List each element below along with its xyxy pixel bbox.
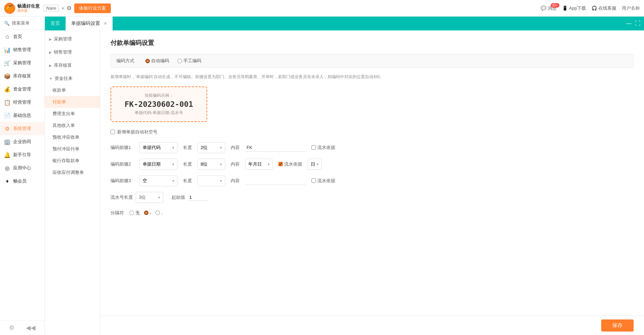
tab-close-btn[interactable]: ✕ (104, 21, 107, 26)
sep-dash-radio[interactable] (144, 211, 148, 215)
prefix1-select[interactable]: 单据代码 (140, 142, 177, 153)
sidebar-item-basic[interactable]: 📄 基础信息 (0, 109, 45, 122)
sep-dot-option[interactable]: . (155, 210, 163, 215)
sidebar-label-finance: 资金管理 (13, 86, 31, 92)
settings-icon[interactable]: ⚙ (67, 5, 71, 11)
sidebar-item-finance[interactable]: 💰 资金管理 (0, 83, 45, 96)
message-icon: 💬 (541, 6, 546, 11)
prefix2-stream-checkbox[interactable] (278, 162, 283, 166)
brand-name: 畅通好生意 (17, 3, 40, 9)
dropdown-icon[interactable]: ▾ (62, 6, 64, 11)
sep-none-option[interactable]: 无 (129, 210, 140, 216)
prefix-row-1: 编码前缀1 单据代码 长度 2位 (110, 142, 634, 153)
subnav-group-sales-title[interactable]: ▶ 销售管理 (45, 46, 100, 58)
subnav-group-capital-title[interactable]: ▼ 资金往来 (45, 73, 100, 84)
prefix2-stream-unit-select[interactable]: 日 (308, 159, 322, 170)
prefix2-content-select[interactable]: 年月日 (245, 159, 273, 170)
arrow-icon-sales: ▶ (49, 50, 52, 54)
subnav-item-other-income[interactable]: 其他收入单 (45, 120, 100, 131)
sidebar-search[interactable]: 🔍 搜索菜单 (0, 17, 45, 30)
subnav-item-payment[interactable]: 付款单 (45, 96, 100, 108)
save-button[interactable]: 保存 (601, 319, 634, 332)
tabbar-minimize-icon[interactable]: — (626, 20, 632, 27)
sidebar-item-purchase[interactable]: 🛒 采购管理 (0, 56, 45, 69)
start-val-input[interactable] (188, 194, 209, 201)
sidebar-item-sales[interactable]: 📊 销售管理 (0, 43, 45, 56)
coding-method-label: 编码方式 (116, 58, 134, 64)
prefix1-stream-checkbox-label[interactable]: 流水依据 (311, 145, 335, 151)
main-panel: 付款单编码设置 编码方式 自动编码 手工编码 (100, 30, 644, 316)
prefix3-content-input[interactable] (245, 177, 306, 185)
sidebar-label-member: 畅会员 (13, 178, 27, 184)
manual-coding-option[interactable]: 手工编码 (177, 58, 201, 64)
subnav-group-inventory-title[interactable]: ▶ 库存核算 (45, 59, 100, 71)
prefix3-select[interactable]: 空 (140, 175, 177, 186)
subnav-item-prepay-pay[interactable]: 预付冲应付单 (45, 143, 100, 155)
prefix2-stream-unit-val: 日 (311, 161, 315, 167)
sidebar-item-inventory[interactable]: 📦 库存核算 (0, 69, 45, 83)
sep-dash-option[interactable]: - (144, 210, 151, 215)
manual-coding-radio[interactable] (177, 59, 182, 63)
auto-fill-label: 新增单据自动补空号 (117, 129, 157, 135)
prefix3-length-select[interactable] (198, 175, 225, 186)
sep-none-radio[interactable] (129, 211, 134, 215)
prefix1-stream-checkbox[interactable] (311, 145, 316, 150)
subnav-item-prepay-recv[interactable]: 预收冲应收单 (45, 131, 100, 143)
serial-length-select[interactable]: 3位 (136, 192, 163, 203)
tab-home[interactable]: 首页 (45, 17, 66, 30)
sidebar-item-system[interactable]: ⚙ 系统管理 (0, 122, 45, 135)
message-badge: 99+ (551, 3, 559, 8)
sidebar-label-basic: 基础信息 (13, 112, 31, 119)
subnav-item-expense[interactable]: 费用支出单 (45, 108, 100, 120)
code-example-box: 当前编码示例： FK-20230602-001 单据代码-单据日期-流水号 (110, 86, 207, 122)
auto-fill-row: 新增单据自动补空号 (110, 129, 634, 135)
sidebar-item-company[interactable]: 🏢 企业协同 (0, 135, 45, 148)
company-selector[interactable]: Nare (43, 4, 59, 12)
sidebar-item-home[interactable]: ⌂ 首页 (0, 30, 45, 43)
subnav-group-purchase-title[interactable]: ▶ 采购管理 (45, 33, 100, 45)
subnav: ▶ 采购管理 ▶ 销售管理 ▶ 库存核算 (45, 30, 100, 335)
serial-row: 流水号长度 3位 起始值 (110, 192, 634, 203)
arrow-icon-capital: ▼ (49, 77, 52, 81)
sep-none-label: 无 (135, 210, 140, 216)
prefix3-length-label: 长度 (183, 178, 192, 184)
collapse-icon[interactable]: ◀◀ (26, 324, 36, 332)
sidebar-item-member[interactable]: ♦ 畅会员 (0, 175, 45, 188)
sep-radios: 无 - . (129, 210, 163, 216)
sidebar-label-appstore: 应用中心 (13, 165, 31, 171)
auto-coding-option[interactable]: 自动编码 (145, 58, 169, 64)
sidebar-item-operation[interactable]: 📋 经营管理 (0, 96, 45, 109)
settings-bottom-icon[interactable]: ⚙ (9, 324, 15, 332)
app-download-btn[interactable]: 📱 App下载 (562, 5, 586, 11)
prefix2-stream-checkbox-label[interactable]: 流水依据 (278, 161, 302, 167)
app-label: App下载 (569, 5, 586, 11)
subnav-group-sales: ▶ 销售管理 (45, 46, 100, 58)
prefix2-label: 编码前缀2 (110, 161, 134, 167)
auto-fill-checkbox[interactable] (110, 130, 115, 134)
exp-btn[interactable]: 体验行业方案 (74, 3, 111, 13)
auto-coding-label: 自动编码 (151, 58, 169, 64)
user-info[interactable]: 用户名称 (622, 5, 640, 11)
message-btn[interactable]: 💬 消息 99+ (541, 5, 557, 11)
prefix1-content-input[interactable] (245, 143, 306, 152)
prefix2-stream-label: 流水依据 (284, 161, 302, 167)
prefix1-length-select[interactable]: 2位 (198, 142, 225, 153)
subnav-item-adjust[interactable]: 应收应付调整单 (45, 167, 100, 178)
prefix3-stream-checkbox[interactable] (311, 178, 316, 183)
prefix2-length-select[interactable]: 8位 (198, 159, 225, 170)
prefix2-select[interactable]: 单据日期 (140, 159, 177, 170)
tab-document-code[interactable]: 单据编码设置 ✕ (66, 17, 113, 30)
prefix2-stream-unit-dropdown-icon (317, 161, 319, 167)
subnav-item-receipt[interactable]: 收款单 (45, 84, 100, 96)
page-title: 付款单编码设置 (110, 39, 634, 47)
service-btn[interactable]: 🎧 在线客服 (592, 5, 616, 11)
tabbar-maximize-icon[interactable]: ⛶ (635, 20, 641, 27)
sep-dot-radio[interactable] (155, 211, 160, 215)
prefix3-stream-checkbox-label[interactable]: 流水依据 (311, 178, 335, 184)
subnav-group-purchase-label: 采购管理 (54, 36, 72, 42)
sidebar-item-guide[interactable]: 🔔 新手引导 (0, 148, 45, 161)
serial-length-val: 3位 (139, 194, 146, 201)
subnav-item-bank[interactable]: 银行存取款单 (45, 155, 100, 167)
sidebar-item-appstore[interactable]: ◎ 应用中心 (0, 161, 45, 175)
auto-coding-radio[interactable] (145, 59, 150, 63)
